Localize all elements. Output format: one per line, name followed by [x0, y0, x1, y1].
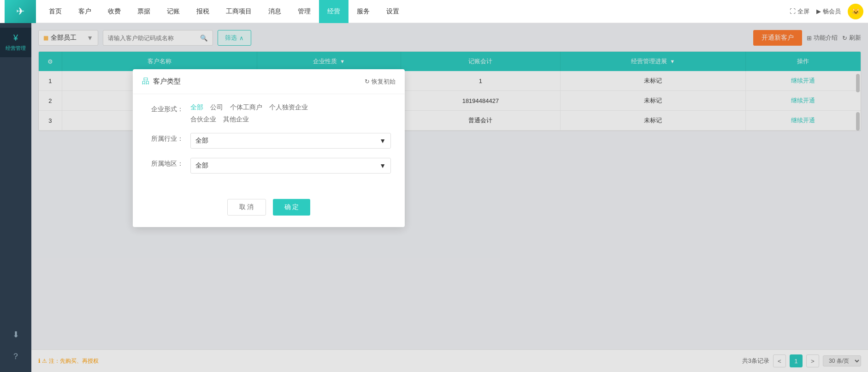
region-select-wrapper: 全部 ▼ — [190, 158, 391, 174]
industry-chevron-icon: ▼ — [379, 137, 386, 144]
sidebar-icon-yuan: ¥ — [13, 33, 18, 43]
nav-items: 首页 客户 收费 票据 记账 报税 工商项目 消息 管理 经营 服务 设置 — [41, 0, 790, 23]
help-icon: ？ — [12, 351, 20, 362]
region-select[interactable]: 全部 ▼ — [190, 158, 391, 174]
modal-footer: 取 消 确 定 — [133, 192, 405, 227]
enterprise-form-row: 企业形式： 全部 公司 个体工商户 个人独资企业 合伙企业 其他企业 — [147, 103, 391, 124]
member-label: 畅会员 — [823, 7, 841, 16]
fullscreen-label: 全屏 — [797, 7, 809, 16]
fullscreen-button[interactable]: ⛶ 全屏 — [790, 7, 809, 16]
region-label: 所属地区： — [147, 158, 183, 168]
nav-settings[interactable]: 设置 — [378, 0, 407, 23]
enterprise-option-other[interactable]: 其他企业 — [223, 115, 249, 124]
modal-header: 品 客户类型 ↻ 恢复初始 — [133, 69, 405, 94]
confirm-button[interactable]: 确 定 — [273, 199, 311, 216]
enterprise-form-label: 企业形式： — [147, 103, 183, 114]
modal-title-text: 客户类型 — [153, 77, 181, 86]
enterprise-option-partnership[interactable]: 合伙企业 — [190, 115, 216, 124]
filter-modal: 品 客户类型 ↻ 恢复初始 企业形式： 全部 公司 个体工商户 个人独资企业 — [133, 69, 405, 227]
download-icon: ⬇ — [12, 330, 19, 340]
nav-accounting[interactable]: 记账 — [159, 0, 188, 23]
nav-tax[interactable]: 报税 — [188, 0, 218, 23]
reset-label: 恢复初始 — [372, 78, 396, 86]
nav-bizproject[interactable]: 工商项目 — [218, 0, 260, 23]
member-button[interactable]: ▶ 畅会员 — [816, 7, 841, 16]
cancel-button[interactable]: 取 消 — [227, 199, 266, 216]
enterprise-option-individual[interactable]: 个体工商户 — [230, 103, 262, 112]
top-nav: ✈ 首页 客户 收费 票据 记账 报税 工商项目 消息 管理 经营 服务 设置 … — [0, 0, 868, 23]
region-value: 全部 — [195, 162, 208, 170]
modal-title: 品 客户类型 — [142, 77, 181, 86]
modal-title-icon: 品 — [142, 77, 149, 86]
industry-select[interactable]: 全部 ▼ — [190, 133, 391, 149]
enterprise-option-all[interactable]: 全部 — [190, 103, 203, 112]
enterprise-radio-group: 全部 公司 个体工商户 个人独资企业 — [190, 103, 391, 112]
industry-form-row: 所属行业： 全部 ▼ — [147, 133, 391, 149]
sidebar-item-help[interactable]: ？ — [0, 345, 31, 367]
industry-select-wrapper: 全部 ▼ — [190, 133, 391, 149]
enterprise-radio-group-2: 合伙企业 其他企业 — [190, 115, 391, 124]
modal-reset-button[interactable]: ↻ 恢复初始 — [365, 78, 396, 86]
nav-message[interactable]: 消息 — [260, 0, 289, 23]
sidebar-item-operation[interactable]: ¥ 经营管理 — [0, 28, 31, 57]
region-chevron-icon: ▼ — [379, 162, 386, 169]
sidebar-item-download[interactable]: ⬇ — [0, 324, 31, 345]
nav-service[interactable]: 服务 — [348, 0, 378, 23]
avatar[interactable]: 🐱 — [848, 4, 863, 19]
modal-body: 企业形式： 全部 公司 个体工商户 个人独资企业 合伙企业 其他企业 所 — [133, 94, 405, 192]
avatar-icon: 🐱 — [852, 8, 860, 15]
nav-customer[interactable]: 客户 — [70, 0, 100, 23]
region-form-row: 所属地区： 全部 ▼ — [147, 158, 391, 174]
enterprise-option-sole[interactable]: 个人独资企业 — [269, 103, 308, 112]
member-icon: ▶ — [816, 8, 821, 15]
logo: ✈ — [5, 0, 36, 23]
enterprise-option-company[interactable]: 公司 — [210, 103, 223, 112]
modal-overlay: 品 客户类型 ↻ 恢复初始 企业形式： 全部 公司 个体工商户 个人独资企业 — [31, 23, 868, 372]
industry-value: 全部 — [195, 137, 208, 145]
industry-label: 所属行业： — [147, 133, 183, 143]
nav-operation[interactable]: 经营 — [319, 0, 348, 23]
nav-invoice[interactable]: 票据 — [129, 0, 159, 23]
sidebar-bottom: ⬇ ？ — [0, 324, 31, 367]
nav-manage[interactable]: 管理 — [289, 0, 319, 23]
nav-fee[interactable]: 收费 — [100, 0, 129, 23]
enterprise-form-content: 全部 公司 个体工商户 个人独资企业 合伙企业 其他企业 — [190, 103, 391, 124]
sidebar-item-label: 经营管理 — [6, 45, 26, 52]
sidebar: ¥ 经营管理 ⬇ ？ — [0, 23, 31, 372]
logo-icon: ✈ — [16, 6, 24, 18]
reset-icon: ↻ — [365, 78, 370, 85]
nav-home[interactable]: 首页 — [41, 0, 70, 23]
fullscreen-icon: ⛶ — [790, 8, 796, 15]
nav-right: ⛶ 全屏 ▶ 畅会员 🐱 — [790, 4, 863, 19]
